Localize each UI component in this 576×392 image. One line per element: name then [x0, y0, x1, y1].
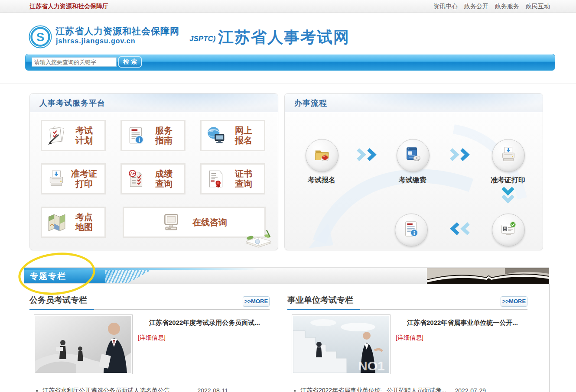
featured-title[interactable]: 江苏省2022年度考试录用公务员面试... [138, 318, 267, 327]
button-label: 成绩查询 [146, 169, 184, 189]
process-flow-body: 考试报名 [285, 112, 543, 250]
flow-step-admission-print[interactable] [492, 139, 525, 172]
jsptc-logo: JSPTC) [189, 35, 215, 43]
arrow-down-icon [501, 186, 514, 205]
public-institution-column: 事业单位考试专栏 >>MORE [287, 295, 527, 392]
column-title: 事业单位考试专栏 [287, 295, 360, 310]
special-column-banner: 专题专栏 [24, 267, 549, 284]
special-column-tab-stripes [105, 268, 155, 283]
svg-text:S: S [36, 30, 45, 44]
button-label: 证书查询 [226, 169, 264, 189]
button-score-query[interactable]: A+ 成绩查询 [120, 163, 185, 194]
list-item[interactable]: 江苏省2022年省属事业单位统一公开招聘人员面试考... 2022-07-29 [287, 386, 527, 392]
nav-gov-affairs-open[interactable]: 政务公开 [464, 3, 488, 10]
nav-gov-services[interactable]: 政务服务 [495, 3, 519, 10]
featured-text: 江苏省2022年度考试录用公务员面试... [详细信息] [138, 318, 267, 342]
arrow-right-icon [449, 148, 472, 163]
button-online-signup[interactable]: 网上报名 [200, 120, 265, 151]
more-button[interactable]: >>MORE [243, 296, 270, 307]
score-query-icon: A+ [126, 169, 146, 189]
news-date: 2022-08-11 [197, 387, 228, 392]
detail-info-link[interactable]: [详细信息] [396, 334, 525, 342]
svg-text:A+: A+ [130, 172, 135, 176]
featured-article: 江苏省2022年度考试录用公务员面试... [详细信息] [29, 314, 270, 375]
topbar-nav: 资讯中心 政务公开 政务服务 政民互动 [433, 3, 550, 10]
header-divider [0, 84, 576, 84]
service-guide-icon [126, 126, 146, 146]
list-item[interactable]: 江苏省水利厅公开遴选公务员面试人选名单公告 2022-08-11 [29, 386, 270, 392]
search-input[interactable] [32, 57, 117, 67]
featured-image[interactable]: NO1 [292, 314, 391, 374]
news-title: 江苏省2022年省属事业单位统一公开招聘人员面试考... [300, 387, 446, 392]
process-flow-panel: 办事流程 [284, 93, 543, 250]
exam-payment-icon [404, 146, 422, 165]
flow-step-certificate-process[interactable] [492, 214, 525, 246]
bullet-icon [36, 390, 38, 392]
certificate-query-icon [206, 169, 226, 189]
button-service-guide[interactable]: 服务指南 [120, 120, 185, 151]
news-list: 江苏省2022年省属事业单位统一公开招聘人员面试考... 2022-07-29 [287, 386, 527, 392]
content-right-border [549, 284, 550, 392]
featured-article: NO1 江苏省2022年省属事业单位统一公开... [详细信息] [287, 314, 527, 375]
news-date: 2022-07-29 [455, 387, 486, 392]
exam-signup-icon [313, 146, 331, 165]
nav-news-center[interactable]: 资讯中心 [433, 3, 458, 10]
nav-public-interaction[interactable]: 政民互动 [526, 3, 550, 10]
button-certificate-query[interactable]: 证书查询 [200, 163, 265, 194]
topbar: 江苏省人力资源和社会保障厅 资讯中心 政务公开 政务服务 政民互动 [0, 0, 576, 13]
flow-step-exam-signup[interactable] [306, 139, 338, 172]
service-platform-title: 人事考试服务平台 [39, 98, 105, 108]
score-recheck-icon [402, 220, 420, 240]
arrow-right-icon [356, 148, 378, 163]
column-title: 公务员考试专栏 [29, 295, 94, 310]
featured-image[interactable] [34, 314, 133, 374]
exam-plan-icon [46, 126, 66, 146]
search-bar: 检 索 [25, 54, 555, 71]
special-column-topstrip [24, 268, 258, 270]
org-url[interactable]: jshrss.jiangsu.gov.cn [56, 37, 135, 45]
more-button[interactable]: >>MORE [501, 296, 527, 307]
detail-info-link[interactable]: [详细信息] [138, 334, 267, 342]
open-book-photo [427, 268, 549, 284]
button-label: 网上报名 [226, 126, 264, 146]
service-platform-header: 人事考试服务平台 [30, 94, 278, 112]
special-column-title: 专题专栏 [30, 271, 66, 282]
button-label: 在线咨询 [192, 217, 227, 228]
online-consult-icon [161, 212, 181, 232]
arrow-left-icon [448, 222, 471, 237]
search-button[interactable]: 检 索 [118, 56, 142, 68]
process-flow-title: 办事流程 [294, 98, 327, 108]
news-list: 江苏省水利厅公开遴选公务员面试人选名单公告 2022-08-11 [29, 386, 270, 392]
flow-step-label: 准考证打印 [482, 176, 534, 185]
button-exam-plan[interactable]: 考试计划 [41, 120, 106, 151]
featured-title[interactable]: 江苏省2022年省属事业单位统一公开... [396, 318, 525, 327]
button-admission-print[interactable]: 准考证打印 [41, 163, 106, 194]
notebook-decoration-icon [241, 229, 275, 249]
site-title: 江苏省人事考试网 [218, 27, 350, 48]
civil-servant-column-header: 公务员考试专栏 >>MORE [29, 295, 270, 310]
exam-site-map-icon [46, 212, 66, 232]
button-label: 服务指南 [146, 126, 184, 146]
civil-servant-column: 公务员考试专栏 >>MORE [29, 295, 270, 392]
news-title: 江苏省水利厅公开遴选公务员面试人选名单公告 [42, 387, 170, 392]
org-name[interactable]: 江苏省人力资源和社会保障网 [55, 25, 179, 37]
public-institution-column-header: 事业单位考试专栏 >>MORE [287, 295, 527, 310]
admission-ticket-print-icon [499, 146, 517, 165]
flow-step-label: 考试缴费 [387, 176, 439, 185]
page: 江苏省人力资源和社会保障厅 资讯中心 政务公开 政务服务 政民互动 S 江苏省人… [0, 0, 576, 392]
button-exam-site-map[interactable]: 考点地图 [41, 207, 106, 238]
certificate-process-icon [499, 220, 517, 240]
featured-text: 江苏省2022年省属事业单位统一公开... [详细信息] [396, 318, 525, 342]
button-label: 考试计划 [66, 126, 104, 146]
flow-step-label: 考试报名 [296, 176, 348, 185]
svg-text:NO1: NO1 [358, 359, 385, 373]
hrss-logo-icon[interactable]: S [29, 25, 52, 49]
button-label: 考点地图 [66, 212, 104, 232]
online-signup-icon [206, 126, 226, 146]
button-label: 准考证打印 [66, 169, 104, 189]
flow-step-score-recheck[interactable] [395, 214, 428, 246]
admission-ticket-print-icon [46, 169, 66, 189]
bullet-icon [294, 390, 296, 392]
flow-step-exam-payment[interactable] [397, 139, 430, 172]
process-flow-header: 办事流程 [285, 94, 543, 112]
